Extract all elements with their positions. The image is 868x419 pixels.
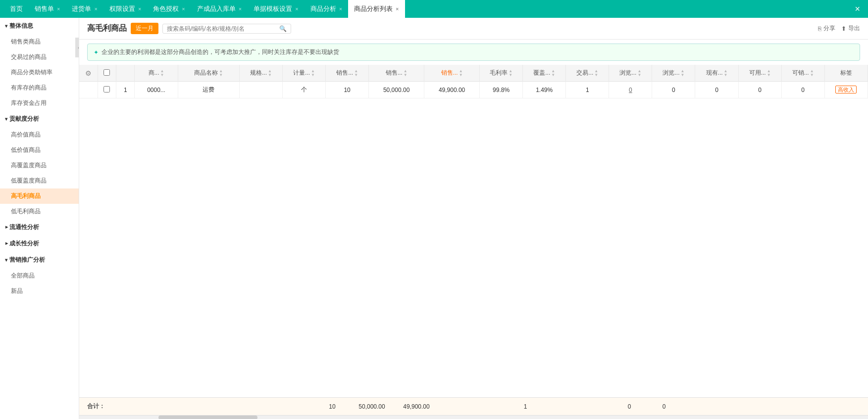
td-name: 运费 — [178, 82, 239, 98]
sidebar-group-growth[interactable]: ▾ 成长性分析 — [0, 235, 79, 252]
info-banner: ✦ 企业的主要的利润都是这部分商品创造的，可考虑加大推广，同时关注库存是不要出现… — [87, 44, 860, 61]
scrollbar-thumb[interactable] — [158, 416, 257, 419]
footer-spacer-coverage — [473, 403, 508, 410]
close-template-settings[interactable]: × — [295, 6, 298, 12]
td-browse1[interactable]: 0 — [609, 82, 652, 98]
footer-spacer-name — [196, 403, 246, 410]
td-code: 0000... — [135, 82, 178, 98]
th-unit[interactable]: 计量... ▲ ▼ — [283, 65, 326, 82]
sidebar-item-all-goods[interactable]: 全部商品 — [0, 268, 79, 283]
th-gross-margin[interactable]: 毛利率 ▲ ▼ — [480, 65, 523, 82]
td-checkbox[interactable] — [98, 82, 116, 98]
footer-current-stock: 0 — [612, 403, 647, 410]
sort-name[interactable]: ▲ ▼ — [219, 69, 223, 77]
tab-product-analysis-list[interactable]: 商品分析列表 × — [348, 0, 405, 18]
th-coverage[interactable]: 覆盖... ▲ ▼ — [523, 65, 566, 82]
close-purchase-order[interactable]: × — [94, 6, 97, 12]
sidebar-item-high-value[interactable]: 高价值商品 — [0, 127, 79, 142]
share-icon: ⎘ — [818, 25, 821, 32]
footer-sales-profit: 49,900.00 — [394, 403, 439, 410]
td-available: 0 — [738, 82, 781, 98]
th-salable[interactable]: 可销... ▲ ▼ — [781, 65, 824, 82]
settings-icon[interactable]: ⚙ — [85, 69, 92, 77]
search-icon[interactable]: 🔍 — [279, 25, 287, 32]
th-spec[interactable]: 规格... ▲ ▼ — [239, 65, 282, 82]
close-all-tabs[interactable]: × — [851, 4, 864, 14]
sort-available[interactable]: ▲ ▼ — [767, 69, 771, 77]
tab-template-settings[interactable]: 单据模板设置 × — [248, 0, 304, 18]
sidebar-group-marketing[interactable]: ▾ 营销推广分析 — [0, 252, 79, 268]
th-browse1[interactable]: 浏览... ▲ ▼ — [609, 65, 652, 82]
sidebar-collapse-btn[interactable]: « — [75, 38, 79, 57]
th-sales-amount[interactable]: 销售... ▲ ▼ — [369, 65, 424, 82]
th-current-stock[interactable]: 现有... ▲ ▼ — [695, 65, 738, 82]
close-permission-settings[interactable]: × — [138, 6, 141, 12]
footer-spacer-margin — [439, 403, 473, 410]
export-btn[interactable]: ⬆ 导出 — [841, 24, 860, 33]
sidebar-group-overall[interactable]: ▾ 整体信息 — [0, 18, 79, 34]
th-tag[interactable]: 标签 — [824, 65, 868, 82]
share-btn[interactable]: ⎘ 分享 — [818, 24, 835, 33]
filter-recent-month[interactable]: 近一月 — [131, 23, 158, 34]
sidebar-item-new-goods[interactable]: 新品 — [0, 283, 79, 299]
close-product-analysis-list[interactable]: × — [396, 6, 399, 12]
sidebar-item-low-value[interactable]: 低价值商品 — [0, 142, 79, 158]
tab-sales-order[interactable]: 销售单 × — [29, 0, 66, 18]
th-sales-qty[interactable]: 销售... ▲ ▼ — [326, 65, 369, 82]
th-transactions[interactable]: 交易... ▲ ▼ — [566, 65, 609, 82]
tab-product-inbound[interactable]: 产成品入库单 × — [191, 0, 248, 18]
sidebar-item-low-margin[interactable]: 低毛利商品 — [0, 204, 79, 219]
th-checkbox[interactable] — [98, 65, 116, 82]
sidebar-item-traded-goods[interactable]: 交易过的商品 — [0, 49, 79, 65]
sidebar-item-low-coverage[interactable]: 低覆盖度商品 — [0, 173, 79, 188]
sidebar-group-contribution[interactable]: ▾ 贡献度分析 — [0, 111, 79, 127]
sort-unit[interactable]: ▲ ▼ — [311, 69, 315, 77]
tab-permission-settings[interactable]: 权限设置 × — [103, 0, 147, 18]
close-role-auth[interactable]: × — [182, 6, 185, 12]
th-settings[interactable]: ⚙ — [79, 65, 98, 82]
arrow-liquidity: ▾ — [3, 226, 9, 229]
tab-product-analysis[interactable]: 商品分析 × — [305, 0, 348, 18]
select-all-checkbox[interactable] — [103, 69, 110, 76]
sort-spec[interactable]: ▲ ▼ — [268, 69, 272, 77]
th-available[interactable]: 可用... ▲ ▼ — [738, 65, 781, 82]
sort-code[interactable]: ▲ ▼ — [160, 69, 164, 77]
sort-transactions[interactable]: ▲ ▼ — [594, 69, 598, 77]
td-salable: 0 — [781, 82, 824, 98]
sort-coverage[interactable]: ▲ ▼ — [551, 69, 555, 77]
close-product-analysis[interactable]: × — [339, 6, 342, 12]
sidebar-group-liquidity[interactable]: ▾ 流通性分析 — [0, 219, 79, 235]
th-code[interactable]: 商... ▲ ▼ — [135, 65, 178, 82]
th-browse2[interactable]: 浏览... ▲ ▼ — [652, 65, 695, 82]
sidebar-group-marketing-items: 全部商品 新品 — [0, 268, 79, 299]
sort-salable[interactable]: ▲ ▼ — [810, 69, 814, 77]
sidebar-item-sales-goods[interactable]: 销售类商品 — [0, 34, 79, 49]
close-product-inbound[interactable]: × — [239, 6, 242, 12]
bottom-scrollbar[interactable] — [79, 415, 868, 419]
search-input[interactable] — [167, 25, 279, 32]
sort-sales-amount[interactable]: ▲ ▼ — [404, 69, 408, 77]
footer-spacer-settings — [117, 403, 132, 410]
row-checkbox[interactable] — [103, 86, 110, 93]
td-spec — [239, 82, 282, 98]
sort-sales-qty[interactable]: ▲ ▼ — [354, 69, 358, 77]
sort-sales-profit[interactable]: ▲ ▼ — [459, 69, 463, 77]
sort-browse2[interactable]: ▲ ▼ — [680, 69, 684, 77]
sidebar-item-stock-capital[interactable]: 库存资金占用 — [0, 95, 79, 111]
sidebar-item-high-margin[interactable]: 高毛利商品 — [0, 188, 79, 204]
tab-home[interactable]: 首页 — [4, 0, 29, 18]
sort-browse1[interactable]: ▲ ▼ — [637, 69, 641, 77]
tab-role-auth[interactable]: 角色授权 × — [147, 0, 191, 18]
sort-gross-margin[interactable]: ▲ ▼ — [509, 69, 512, 77]
th-name[interactable]: 商品名称 ▲ ▼ — [178, 65, 239, 82]
data-table-container: ⚙ 商... ▲ ▼ — [79, 65, 868, 397]
sidebar-item-category-rate[interactable]: 商品分类助销率 — [0, 65, 79, 80]
sidebar-item-high-coverage[interactable]: 高覆盖度商品 — [0, 158, 79, 173]
th-sales-profit[interactable]: 销售... ▲ ▼ — [424, 65, 480, 82]
sort-current-stock[interactable]: ▲ ▼ — [724, 69, 728, 77]
footer-sales-qty: 10 — [315, 403, 350, 410]
tab-purchase-order[interactable]: 进货单 × — [66, 0, 103, 18]
sidebar-item-instock-goods[interactable]: 有库存的商品 — [0, 80, 79, 95]
close-sales-order[interactable]: × — [57, 6, 60, 12]
table-header-row: ⚙ 商... ▲ ▼ — [79, 65, 868, 82]
